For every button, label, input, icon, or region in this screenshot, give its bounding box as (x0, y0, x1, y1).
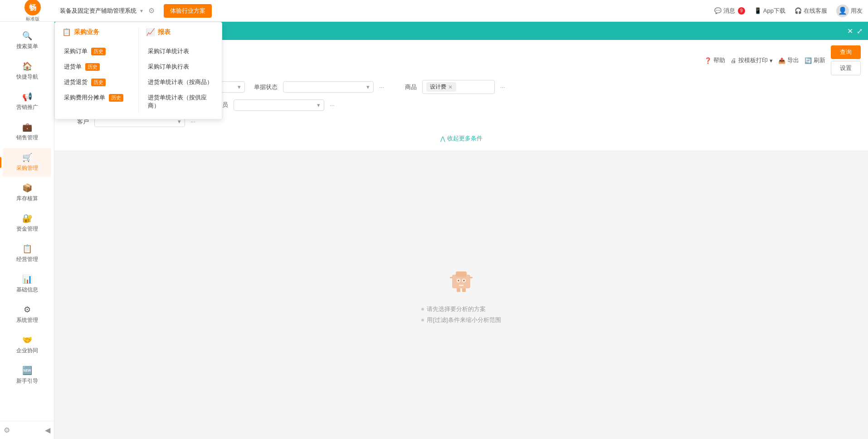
history-badge-1: 历史 (85, 63, 100, 71)
doc-status-label: 单据状态 (250, 83, 278, 91)
nav-title-text: 装备及固定资产辅助管理系统 (60, 7, 137, 15)
message-badge: 9 (738, 7, 745, 15)
goods-tag: 设计费 ✕ (426, 82, 456, 92)
svg-rect-8 (459, 285, 463, 286)
sidebar-item-base-info[interactable]: 📊 基础信息 (3, 270, 51, 298)
dropdown-item-purchase-order[interactable]: 采购订单 历史 (62, 44, 131, 59)
collapse-up-icon: ⋀ (440, 135, 445, 142)
print-btn[interactable]: 🖨 按模板打印 ▾ (731, 56, 773, 64)
nav-app-download[interactable]: 📱 App下载 (754, 7, 785, 15)
nav-title-area: 装备及固定资产辅助管理系统 ▾ ⚙ 体验行业方案 (60, 4, 714, 18)
collapse-btn[interactable]: ⋀ 收起更多条件 (62, 132, 861, 145)
svg-text:畅: 畅 (29, 4, 36, 11)
dropdown-overlay: 📋 采购业务 采购订单 历史 进货单 历史 进货退货 历史 采购费用分摊单 历史 (54, 22, 222, 119)
staff-ellipsis[interactable]: ··· (330, 102, 335, 109)
svg-rect-12 (462, 288, 466, 292)
sidebar-item-marketing[interactable]: 📢 营销推广 (3, 87, 51, 116)
export-btn[interactable]: 📤 导出 (778, 56, 799, 64)
enterprise-icon: 🤝 (22, 335, 32, 345)
dropdown-col-reports: 📈 报表 采购订单统计表 采购订单执行表 进货单统计表（按商品） 进货单统计表（… (138, 28, 222, 113)
dropdown-item-purchase-order-exec[interactable]: 采购订单执行表 (146, 59, 215, 74)
sidebar-settings-icon[interactable]: ⚙ (4, 426, 10, 434)
dropdown-item-goods-by-supplier[interactable]: 进货单统计表（按供应商） (146, 90, 215, 113)
goods-receipt-label: 进货单 (64, 63, 82, 71)
hint-dot-1 (421, 308, 424, 311)
logo-area: 畅 标准版 (5, 0, 60, 22)
hint-text-2: 用[过滤]条件来缩小分析范围 (427, 316, 501, 324)
help-btn[interactable]: ❓ 帮助 (704, 56, 725, 64)
goods-tag-close[interactable]: ✕ (448, 84, 453, 90)
svg-point-7 (463, 280, 465, 281)
sidebar: 🔍 搜索菜单 🏠 快捷导航 📢 营销推广 💼 销售管理 🛒 采购管理 📦 库存核… (0, 22, 54, 439)
sidebar-item-operation[interactable]: 📋 经营管理 (3, 239, 51, 268)
nav-right-area: 💬 消息 9 📱 App下载 🎧 在线客服 👤 用友 (714, 5, 863, 17)
nav-settings-icon[interactable]: ⚙ (148, 6, 155, 15)
base-info-icon: 📊 (22, 274, 32, 284)
sidebar-item-sales[interactable]: 💼 销售管理 (3, 118, 51, 146)
goods-ellipsis[interactable]: ··· (500, 84, 505, 90)
staff-select[interactable]: ▾ (234, 99, 324, 111)
doc-status-select[interactable]: ▾ (283, 81, 374, 93)
sidebar-item-inventory[interactable]: 📦 库存核算 (3, 178, 51, 207)
goods-tag-label: 设计费 (430, 83, 446, 91)
guide-icon: 🆕 (22, 365, 32, 375)
tab-close-all-icon[interactable]: ✕ (847, 27, 853, 35)
sidebar-item-system[interactable]: ⚙ 系统管理 (3, 300, 51, 329)
purchase-icon: 🛒 (22, 153, 32, 163)
tab-expand-icon[interactable]: ⤢ (857, 27, 863, 35)
dropdown-item-goods-receipt[interactable]: 进货单 历史 (62, 59, 131, 74)
purchase-order-label: 采购订单 (64, 47, 88, 55)
sidebar-item-guide[interactable]: 🆕 新手引导 (3, 361, 51, 390)
nav-user[interactable]: 👤 用友 (836, 5, 863, 17)
print-arrow-icon: ▾ (770, 57, 773, 64)
help-icon: ❓ (704, 57, 712, 64)
dropdown-item-purchase-order-stat[interactable]: 采购订单统计表 (146, 44, 215, 59)
empty-state: 请先选择要分析的方案 用[过滤]条件来缩小分析范围 (54, 151, 868, 439)
svg-rect-9 (450, 277, 453, 278)
dropdown-item-goods-by-product[interactable]: 进货单统计表（按商品） (146, 74, 215, 90)
empty-illustration (443, 263, 479, 300)
svg-rect-10 (470, 277, 473, 278)
dropdown-item-goods-return[interactable]: 进货退货 历史 (62, 74, 131, 90)
export-icon: 📤 (778, 57, 785, 64)
inventory-icon: 📦 (22, 183, 32, 193)
empty-hint-2: 用[过滤]条件来缩小分析范围 (421, 316, 501, 324)
staff-arrow: ▾ (317, 102, 320, 109)
top-navbar: 畅 标准版 装备及固定资产辅助管理系统 ▾ ⚙ 体验行业方案 💬 消息 9 📱 … (0, 0, 868, 22)
sidebar-item-purchase[interactable]: 🛒 采购管理 (3, 148, 51, 177)
svg-rect-3 (456, 271, 467, 277)
settings-button[interactable]: 设置 (831, 61, 861, 75)
empty-hint-1: 请先选择要分析的方案 (421, 305, 501, 313)
sidebar-item-quick-nav[interactable]: 🏠 快捷导航 (3, 57, 51, 85)
dropdown-col2-title: 📈 报表 (146, 28, 215, 39)
sidebar-item-capital[interactable]: 🔐 资金管理 (3, 209, 51, 237)
nav-online-service[interactable]: 🎧 在线客服 (795, 7, 827, 15)
home-icon: 🏠 (22, 61, 32, 71)
message-icon: 💬 (714, 7, 722, 14)
sales-icon: 💼 (22, 122, 32, 132)
sidebar-item-search[interactable]: 🔍 搜索菜单 (3, 26, 51, 55)
purchase-dropdown-menu: 📋 采购业务 采购订单 历史 进货单 历史 进货退货 历史 采购费用分摊单 历史 (54, 22, 222, 119)
goods-label: 商品 (390, 83, 417, 91)
system-icon: ⚙ (24, 305, 31, 315)
hint-dot-2 (421, 319, 424, 321)
refresh-btn[interactable]: 🔄 刷新 (805, 56, 825, 64)
date-arrow-icon: ▾ (238, 84, 241, 90)
dropdown-col1-title: 📋 采购业务 (62, 28, 131, 39)
query-button[interactable]: 查询 (831, 45, 861, 59)
nav-title-arrow-icon[interactable]: ▾ (140, 8, 143, 14)
goods-select[interactable]: 设计费 ✕ (422, 80, 495, 94)
doc-status-ellipsis[interactable]: ··· (379, 84, 384, 90)
capital-icon: 🔐 (22, 213, 32, 223)
app-icon: 📱 (754, 7, 761, 14)
headset-icon: 🎧 (795, 7, 802, 14)
refresh-icon: 🔄 (805, 57, 812, 64)
dropdown-item-purchase-expense[interactable]: 采购费用分摊单 历史 (62, 90, 131, 105)
print-icon: 🖨 (731, 57, 736, 64)
tab-bar-actions: ✕ ⤢ (847, 22, 868, 40)
nav-message[interactable]: 💬 消息 9 (714, 7, 745, 15)
sidebar-collapse-icon[interactable]: ◀ (45, 426, 50, 434)
industry-btn[interactable]: 体验行业方案 (164, 4, 212, 18)
sidebar-item-enterprise[interactable]: 🤝 企业协同 (3, 330, 51, 359)
avatar-icon: 👤 (836, 5, 849, 17)
